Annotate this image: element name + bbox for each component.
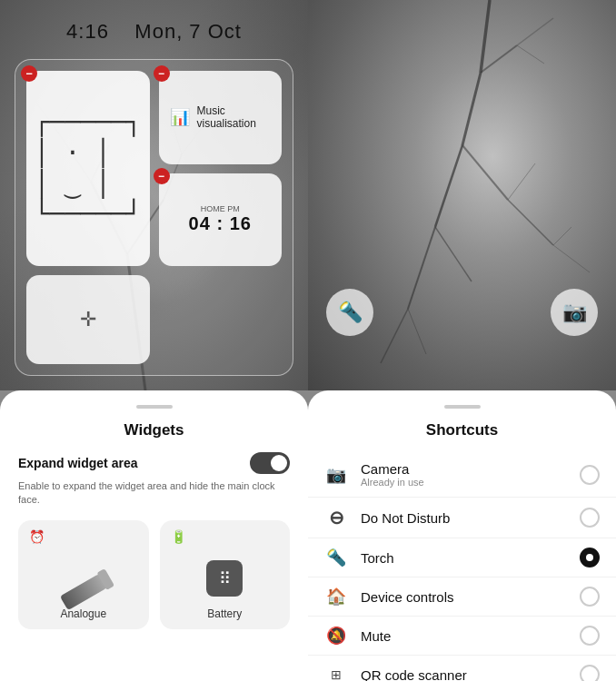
expand-toggle-row: Expand widget area xyxy=(18,452,290,474)
move-icon: ✛ xyxy=(80,308,96,331)
svg-line-15 xyxy=(435,227,472,281)
svg-line-24 xyxy=(553,227,571,245)
widget-thumbnails: ⏰ Analogue 🔋 Battery xyxy=(18,520,290,629)
remove-clock-btn[interactable]: − xyxy=(154,168,170,184)
left-time-display: 4:16 Mon, 7 Oct xyxy=(0,20,308,44)
move-widget[interactable]: ✛ xyxy=(26,275,150,364)
battery-label: Battery xyxy=(207,607,242,620)
camera-icon: 📷 xyxy=(324,465,348,485)
expand-toggle-switch[interactable] xyxy=(250,452,290,474)
dnd-text: Do Not Disturb xyxy=(361,510,567,526)
widget-area: − ┌─────┐│ · ││ ‿ │└─────┘ − 📊 Music vis… xyxy=(15,59,293,376)
svg-line-21 xyxy=(517,18,553,45)
svg-line-23 xyxy=(553,245,590,272)
qr-text: QR code scanner xyxy=(361,667,567,682)
svg-line-13 xyxy=(462,145,508,200)
home-icon: 🏠 xyxy=(324,587,348,607)
remove-music-btn[interactable]: − xyxy=(154,65,170,82)
qr-name: QR code scanner xyxy=(361,667,567,682)
svg-line-11 xyxy=(462,73,481,145)
camera-sub: Already in use xyxy=(361,477,567,488)
mute-name: Mute xyxy=(361,628,567,644)
music-bar-icon: 📊 xyxy=(170,107,190,127)
svg-line-16 xyxy=(508,200,553,245)
shortcut-mute[interactable]: 🔕 Mute xyxy=(308,617,616,656)
camera-text: Camera Already in use xyxy=(361,461,567,488)
qr-radio[interactable] xyxy=(580,665,600,681)
svg-line-17 xyxy=(508,163,535,200)
device-controls-name: Device controls xyxy=(361,589,567,605)
shortcuts-list: 📷 Camera Already in use ⊖ Do Not Disturb… xyxy=(308,452,616,681)
svg-line-14 xyxy=(408,227,435,309)
music-widget[interactable]: − 📊 Music visualisation xyxy=(159,71,283,164)
svg-line-10 xyxy=(481,0,490,73)
right-bottom-sheet: Shortcuts 📷 Camera Already in use ⊖ Do N… xyxy=(308,390,616,681)
svg-line-22 xyxy=(517,45,544,64)
device-controls-radio[interactable] xyxy=(580,587,600,607)
left-panel: 4:16 Mon, 7 Oct − ┌─────┐│ · ││ ‿ │└────… xyxy=(0,0,308,681)
dnd-icon: ⊖ xyxy=(324,507,348,528)
shortcuts-title: Shortcuts xyxy=(308,421,616,439)
svg-line-12 xyxy=(435,145,462,227)
shortcut-torch[interactable]: 🔦 Torch xyxy=(308,538,616,577)
shortcut-device-controls[interactable]: 🏠 Device controls xyxy=(308,577,616,617)
left-wallpaper: 4:16 Mon, 7 Oct − ┌─────┐│ · ││ ‿ │└────… xyxy=(0,0,308,390)
svg-line-19 xyxy=(408,309,426,354)
analogue-thumb[interactable]: ⏰ Analogue xyxy=(18,520,149,629)
shortcut-dnd[interactable]: ⊖ Do Not Disturb xyxy=(308,498,616,538)
right-drag-handle[interactable] xyxy=(444,405,481,409)
torch-icon: 🔦 xyxy=(324,548,348,568)
expand-toggle-label: Expand widget area xyxy=(18,456,137,470)
face-widget[interactable]: − ┌─────┐│ · ││ ‿ │└─────┘ xyxy=(26,71,150,266)
battery-graphic xyxy=(206,560,243,597)
music-label: Music visualisation xyxy=(197,104,272,130)
camera-name: Camera xyxy=(361,461,567,477)
torch-shortcut-icon: 🔦 xyxy=(338,301,363,324)
clock-widget[interactable]: − HOME PM 04 : 16 xyxy=(159,173,283,267)
svg-line-18 xyxy=(381,309,408,363)
widgets-title: Widgets xyxy=(18,421,290,439)
remove-face-btn[interactable]: − xyxy=(21,65,37,82)
clock-sub-label: HOME PM xyxy=(201,204,240,213)
qr-icon: ⊞ xyxy=(324,667,348,681)
camera-shortcut-icon: 📷 xyxy=(562,301,587,324)
battery-thumb[interactable]: 🔋 Battery xyxy=(160,520,291,629)
battery-icon: 🔋 xyxy=(171,529,186,544)
face-art: ┌─────┐│ · ││ ‿ │└─────┘ xyxy=(35,107,142,229)
analogue-graphic xyxy=(60,573,107,610)
dnd-name: Do Not Disturb xyxy=(361,510,567,526)
time-text: 4:16 xyxy=(66,20,109,43)
mute-radio[interactable] xyxy=(580,626,600,646)
camera-radio[interactable] xyxy=(580,465,600,485)
expand-toggle-desc: Enable to expand the widget area and hid… xyxy=(18,479,290,508)
dnd-radio[interactable] xyxy=(580,508,600,528)
torch-name: Torch xyxy=(361,550,567,566)
torch-text: Torch xyxy=(361,550,567,566)
alarm-icon: ⏰ xyxy=(29,529,45,544)
shortcut-camera[interactable]: 📷 Camera Already in use xyxy=(308,452,616,498)
mute-icon: 🔕 xyxy=(324,626,348,646)
date-text: Mon, 7 Oct xyxy=(134,20,242,43)
left-bottom-sheet: Widgets Expand widget area Enable to exp… xyxy=(0,390,308,681)
svg-line-20 xyxy=(481,45,517,73)
right-panel: 🔦 📷 Shortcuts 📷 Camera Already in use ⊖ … xyxy=(308,0,616,681)
drag-handle[interactable] xyxy=(136,405,173,409)
torch-radio[interactable] xyxy=(580,548,600,568)
torch-shortcut-btn[interactable]: 🔦 xyxy=(326,289,373,336)
shortcut-qr[interactable]: ⊞ QR code scanner xyxy=(308,656,616,681)
clock-time-label: 04 : 16 xyxy=(189,213,252,234)
camera-shortcut-btn[interactable]: 📷 xyxy=(551,289,598,336)
device-controls-text: Device controls xyxy=(361,589,567,605)
mute-text: Mute xyxy=(361,628,567,644)
right-wallpaper: 🔦 📷 xyxy=(308,0,616,390)
